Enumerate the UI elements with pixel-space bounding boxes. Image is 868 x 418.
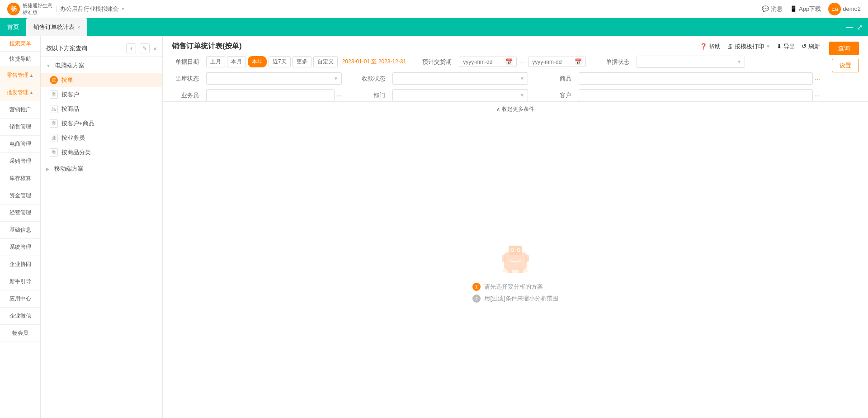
edit-scheme-btn[interactable]: ✎ — [140, 43, 150, 53]
sidebar-item-inventory[interactable]: 库存核算 — [0, 170, 40, 187]
export-btn[interactable]: ⬇ 导出 — [777, 43, 795, 51]
logo-text: 畅捷通好生意 标准版 — [23, 2, 52, 15]
sidebar-item-newbie[interactable]: 新手引导 — [0, 273, 40, 290]
ship-select-control: ▼ — [206, 72, 342, 85]
page-title: 销售订单统计表(按单) — [172, 42, 242, 51]
tab-sales-stats[interactable]: 销售订单统计表 × — [26, 18, 87, 36]
goods-input[interactable] — [579, 72, 813, 85]
industry-arrow-icon: ▼ — [121, 6, 125, 11]
top-bar-right: 💬 消息 📱 App下载 Ea demo2 — [762, 3, 861, 15]
goods-filter-control: ··· — [579, 72, 820, 85]
tip-2-text: 用[过滤]条件来缩小分析范围 — [484, 294, 558, 303]
customer-filter-label: 客户 — [544, 91, 571, 100]
panel-collapse-icon[interactable]: « — [153, 45, 157, 52]
top-divider — [56, 6, 57, 12]
scheme-by-customer[interactable]: 客 按客户 — [41, 87, 162, 102]
print-btn[interactable]: 🖨 按模板打印 ▼ — [727, 43, 770, 51]
sidebar-quick-nav[interactable]: 快捷导航 — [0, 52, 40, 67]
refresh-btn[interactable]: ↺ 刷新 — [802, 43, 820, 51]
sidebar-item-system[interactable]: 系统管理 — [0, 239, 40, 256]
ship-select[interactable] — [206, 72, 342, 85]
settings-button[interactable]: 设置 — [832, 59, 859, 72]
user-area[interactable]: Ea demo2 — [828, 3, 861, 15]
sidebar-item-wholesale[interactable]: 批发管理 ▲ — [0, 84, 40, 101]
sidebar-item-collab[interactable]: 企业协同 — [0, 256, 40, 273]
sidebar-item-marketing[interactable]: 营销推广 — [0, 101, 40, 119]
sidebar-item-wechat[interactable]: 企业微信 — [0, 308, 40, 325]
maximize-icon[interactable]: ⤢ — [857, 23, 863, 32]
scheme-by-category[interactable]: 类 按商品分类 — [41, 145, 162, 160]
dept-select[interactable] — [392, 89, 528, 101]
date-btn-custom[interactable]: 自定义 — [313, 56, 338, 67]
scheme-by-customer-goods[interactable]: 客 按客户+商品 — [41, 116, 162, 131]
date-btn-this-month[interactable]: 本月 — [227, 56, 246, 67]
customer-input[interactable] — [579, 89, 813, 101]
desktop-group-label: 电脑端方案 — [55, 62, 85, 70]
ship-filter-label: 出库状态 — [172, 75, 199, 83]
page-layout: 按以下方案查询 + ✎ « ▼ 电脑端方案 按 按单 — [41, 36, 868, 418]
sidebar-item-sales[interactable]: 销售管理 — [0, 119, 40, 136]
date-filter-control: 上月 本月 本年 近7天 更多 自定义 2023-01-01 至 2023-12… — [206, 56, 406, 67]
payment-select[interactable] — [392, 72, 528, 85]
goods-more-icon[interactable]: ··· — [815, 75, 820, 82]
app-download-btn[interactable]: 📱 App下载 — [790, 5, 821, 13]
query-button[interactable]: 查询 — [829, 42, 859, 55]
help-icon: ❓ — [700, 43, 707, 50]
minimize-icon[interactable]: — — [846, 23, 853, 31]
sidebar-item-finance[interactable]: 资金管理 — [0, 187, 40, 204]
salesperson-more-icon[interactable]: ··· — [336, 92, 342, 99]
predicted-date-start[interactable] — [463, 59, 504, 65]
date-btn-this-year[interactable]: 本年 — [248, 56, 267, 67]
scheme-by-salesperson[interactable]: 业 按业务员 — [41, 131, 162, 145]
filter-row-3: 业务员 ··· 部门 ▼ — [172, 89, 820, 101]
app-label: App下载 — [799, 5, 821, 13]
calendar-icon-1: 📅 — [505, 58, 513, 65]
export-label: 导出 — [783, 43, 795, 51]
desktop-group[interactable]: ▼ 电脑端方案 — [41, 58, 162, 73]
right-content: 销售订单统计表(按单) ❓ 帮助 🖨 按模板打印 — [163, 36, 868, 418]
mobile-group[interactable]: ▶ 移动端方案 — [41, 162, 162, 176]
goods-filter-label: 商品 — [544, 75, 571, 83]
help-label: 帮助 — [709, 43, 721, 51]
predicted-date-label: 预计交货期 — [422, 58, 452, 66]
date-btn-last-month[interactable]: 上月 — [206, 56, 225, 67]
date-btn-7days[interactable]: 近7天 — [269, 56, 291, 67]
scheme-by-goods[interactable]: 品 按商品 — [41, 102, 162, 116]
scheme-cg-label: 按客户+商品 — [61, 119, 94, 128]
tab-home[interactable]: 首页 — [0, 18, 26, 36]
predicted-date-end-wrap: 📅 — [528, 57, 586, 67]
customer-more-icon[interactable]: ··· — [815, 92, 820, 99]
salesperson-input[interactable] — [206, 89, 335, 101]
print-arrow-icon: ▼ — [766, 44, 770, 49]
status-select[interactable] — [637, 56, 745, 68]
sidebar-item-member[interactable]: 畅会员 — [0, 325, 40, 342]
logo-area: 畅 畅捷通好生意 标准版 — [7, 2, 52, 15]
sidebar-item-ecommerce[interactable]: 电商管理 — [0, 136, 40, 153]
sidebar-search-menu[interactable]: 搜索菜单 — [0, 36, 40, 52]
retail-label: 零售管理 — [7, 71, 28, 79]
date-btn-more[interactable]: 更多 — [292, 56, 311, 67]
help-btn[interactable]: ❓ 帮助 — [700, 43, 721, 51]
sidebar-item-purchase[interactable]: 采购管理 — [0, 153, 40, 170]
add-scheme-btn[interactable]: + — [126, 43, 136, 53]
sidebar-item-retail[interactable]: 零售管理 ▲ — [0, 67, 40, 84]
content-area: 按以下方案查询 + ✎ « ▼ 电脑端方案 按 按单 — [41, 36, 868, 418]
desktop-expand-icon: ▼ — [46, 63, 51, 68]
tab-close-icon[interactable]: × — [77, 24, 80, 30]
industry-selector[interactable]: 办公用品行业模拟账套 ▼ — [60, 5, 125, 13]
tip-1-text: 请先选择要分析的方案 — [484, 283, 543, 291]
status-filter-label: 单据状态 — [602, 58, 629, 66]
sidebar-item-basic-info[interactable]: 基础信息 — [0, 222, 40, 239]
svg-point-6 — [518, 249, 519, 251]
predicted-date-start-wrap: 📅 — [459, 57, 517, 67]
collapse-bar[interactable]: ∧ 收起更多条件 — [163, 101, 868, 117]
message-btn[interactable]: 💬 消息 — [762, 5, 783, 13]
collapse-arrow-icon: ∧ — [496, 106, 500, 112]
salesperson-filter-label: 业务员 — [172, 91, 199, 100]
scheme-by-order[interactable]: 按 按单 — [41, 73, 162, 87]
retail-arrow-icon: ▲ — [29, 73, 34, 78]
scheme-cat-label: 按商品分类 — [61, 148, 91, 157]
predicted-date-end[interactable] — [532, 59, 573, 65]
sidebar-item-app-center[interactable]: 应用中心 — [0, 290, 40, 308]
sidebar-item-operations[interactable]: 经营管理 — [0, 204, 40, 222]
